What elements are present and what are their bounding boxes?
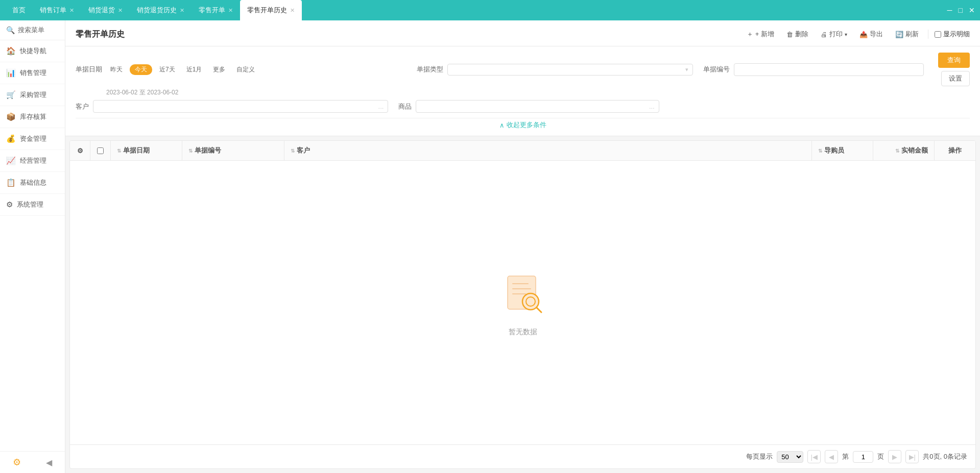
tab-sales-order[interactable]: 销售订单 ✕ (33, 0, 81, 20)
page-label-post: 页 (877, 452, 884, 461)
goods-input[interactable] (420, 103, 649, 110)
page-prev-btn[interactable]: ◀ (825, 450, 838, 463)
close-icon[interactable]: ✕ (969, 6, 975, 14)
tab-sales-return-history[interactable]: 销货退货历史 ✕ (130, 0, 192, 20)
select-all-checkbox[interactable] (97, 147, 104, 154)
page-last-btn[interactable]: ▶| (905, 450, 919, 463)
tab-close-sales-return-history[interactable]: ✕ (180, 7, 184, 14)
empty-illustration (497, 268, 548, 319)
tab-retail-open[interactable]: 零售开单 ✕ (192, 0, 240, 20)
search-icon: 🔍 (6, 26, 15, 34)
date-btn-custom[interactable]: 自定义 (232, 64, 259, 75)
sort-amount-icon: ⇅ (895, 148, 899, 154)
sidebar-menu: 🏠 快捷导航 📊 销售管理 🛒 采购管理 📦 库存核算 💰 资金管理 📈 (0, 40, 65, 451)
sidebar-item-quick-nav[interactable]: 🏠 快捷导航 (0, 40, 65, 62)
doc-no-label: 单据编号 (703, 65, 730, 74)
date-btn-today[interactable]: 今天 (130, 64, 152, 75)
refresh-button[interactable]: 🔄 刷新 (892, 28, 922, 41)
add-button[interactable]: ＋ + 新增 (744, 28, 777, 41)
date-btn-yesterday[interactable]: 昨天 (106, 64, 127, 75)
filter-row-1: 单据日期 昨天 今天 近7天 近1月 更多 自定义 单据类型 ▾ (76, 53, 970, 86)
goods-label: 商品 (398, 102, 412, 111)
sidebar-item-sales-mgmt[interactable]: 📊 销售管理 (0, 62, 65, 84)
delete-button[interactable]: 🗑 删除 (783, 28, 811, 41)
sidebar-item-inventory[interactable]: 📦 库存核算 (0, 106, 65, 128)
sort-date-icon: ⇅ (117, 148, 121, 154)
customer-label: 客户 (76, 102, 89, 111)
table-area: ⚙ ⇅ 单据日期 ⇅ 单据编号 ⇅ 客户 ⇅ (69, 140, 976, 469)
sort-billno-icon: ⇅ (188, 148, 193, 154)
filter-customer: 客户 ... (76, 100, 388, 113)
customer-input[interactable] (98, 103, 378, 110)
tab-home[interactable]: 首页 (5, 0, 33, 20)
sidebar-item-finance[interactable]: 💰 资金管理 (0, 128, 65, 150)
date-btn-more[interactable]: 更多 (209, 64, 229, 75)
refresh-icon: 🔄 (895, 31, 903, 38)
print-chevron-icon: ▾ (845, 32, 847, 37)
sys-mgmt-icon: ⚙ (6, 200, 13, 209)
tab-retail-open-history[interactable]: 零售开单历史 ✕ (240, 0, 302, 20)
th-date[interactable]: ⇅ 单据日期 (111, 141, 182, 160)
page-number-input[interactable] (853, 451, 873, 463)
tab-close-sales-order[interactable]: ✕ (69, 7, 74, 14)
date-btn-7days[interactable]: 近7天 (155, 64, 179, 75)
filter-doc-type: 单据类型 ▾ (417, 64, 692, 76)
filter-area: 单据日期 昨天 今天 近7天 近1月 更多 自定义 单据类型 ▾ (65, 46, 980, 136)
empty-text: 暂无数据 (509, 328, 537, 337)
page-next-btn[interactable]: ▶ (888, 450, 901, 463)
date-btn-1month[interactable]: 近1月 (182, 64, 206, 75)
maximize-icon[interactable]: □ (959, 6, 963, 14)
tab-close-retail-open[interactable]: ✕ (228, 7, 233, 14)
tab-close-retail-open-history[interactable]: ✕ (290, 7, 295, 14)
th-guide[interactable]: ⇅ 导购员 (812, 141, 873, 160)
sidebar-item-purchase-mgmt[interactable]: 🛒 采购管理 (0, 84, 65, 106)
tab-close-sales-return[interactable]: ✕ (118, 7, 123, 14)
filter-collapse[interactable]: ∧ 收起更多条件 (76, 118, 970, 132)
th-gear[interactable]: ⚙ (70, 141, 90, 160)
sidebar-collapse-icon[interactable]: ◀ (46, 458, 52, 467)
delete-icon: 🗑 (786, 31, 793, 38)
settings-button[interactable]: 设置 (941, 71, 970, 86)
filter-doc-no: 单据编号 (703, 63, 924, 76)
sidebar-bottom: ⚙ ◀ (0, 451, 65, 473)
th-checkbox[interactable] (90, 141, 111, 160)
sidebar-search[interactable]: 🔍 搜索菜单 (0, 20, 65, 40)
minimize-icon[interactable]: ─ (947, 6, 952, 14)
tab-sales-return[interactable]: 销货退货 ✕ (81, 0, 130, 20)
content-area: 零售开单历史 ＋ + 新增 🗑 删除 🖨 打印 ▾ 📤 导出 (65, 20, 980, 473)
display-detail-toggle[interactable]: 显示明细 (935, 30, 970, 39)
doc-no-input-wrap (734, 63, 924, 76)
sidebar-settings-icon[interactable]: ⚙ (13, 457, 21, 468)
display-detail-checkbox[interactable] (935, 31, 941, 38)
goods-dots: ... (649, 103, 655, 110)
page-first-btn[interactable]: |◀ (807, 450, 821, 463)
filter-date: 单据日期 昨天 今天 近7天 近1月 更多 自定义 (76, 64, 407, 75)
export-button[interactable]: 📤 导出 (856, 28, 886, 41)
sidebar-item-base-info[interactable]: 📋 基础信息 (0, 172, 65, 194)
th-billno[interactable]: ⇅ 单据编号 (182, 141, 284, 160)
toolbar-actions: ＋ + 新增 🗑 删除 🖨 打印 ▾ 📤 导出 🔄 (744, 28, 970, 41)
pagination: 每页显示 50 10 20 100 |◀ ◀ 第 页 ▶ ▶| 共0页, 0条记… (70, 444, 975, 468)
page-title: 零售开单历史 (76, 29, 125, 40)
empty-state: 暂无数据 (70, 161, 975, 444)
date-label: 单据日期 (76, 65, 102, 74)
toolbar-divider (928, 30, 928, 39)
filter-goods: 商品 ... (398, 100, 659, 113)
doc-type-select[interactable]: ▾ (447, 64, 692, 76)
sidebar-item-sys-mgmt[interactable]: ⚙ 系统管理 (0, 194, 65, 216)
th-amount[interactable]: ⇅ 实销金额 (873, 141, 935, 160)
doc-no-input[interactable] (738, 66, 919, 73)
page-size-select[interactable]: 50 10 20 100 (777, 451, 803, 463)
print-button[interactable]: 🖨 打印 ▾ (818, 28, 850, 41)
sidebar-item-operations[interactable]: 📈 经营管理 (0, 150, 65, 172)
date-buttons: 昨天 今天 近7天 近1月 更多 自定义 (106, 64, 259, 75)
doc-type-chevron-icon: ▾ (685, 66, 688, 73)
query-button[interactable]: 查询 (938, 53, 970, 68)
th-customer[interactable]: ⇅ 客户 (284, 141, 812, 160)
doc-type-label: 单据类型 (417, 65, 443, 74)
top-tabbar: 首页 销售订单 ✕ 销货退货 ✕ 销货退货历史 ✕ 零售开单 ✕ 零售开单历史 … (0, 0, 980, 20)
page-header: 零售开单历史 ＋ + 新增 🗑 删除 🖨 打印 ▾ 📤 导出 (65, 20, 980, 46)
base-info-icon: 📋 (6, 178, 16, 187)
page-size-label: 每页显示 (746, 452, 773, 461)
customer-input-wrap: ... (93, 100, 388, 113)
